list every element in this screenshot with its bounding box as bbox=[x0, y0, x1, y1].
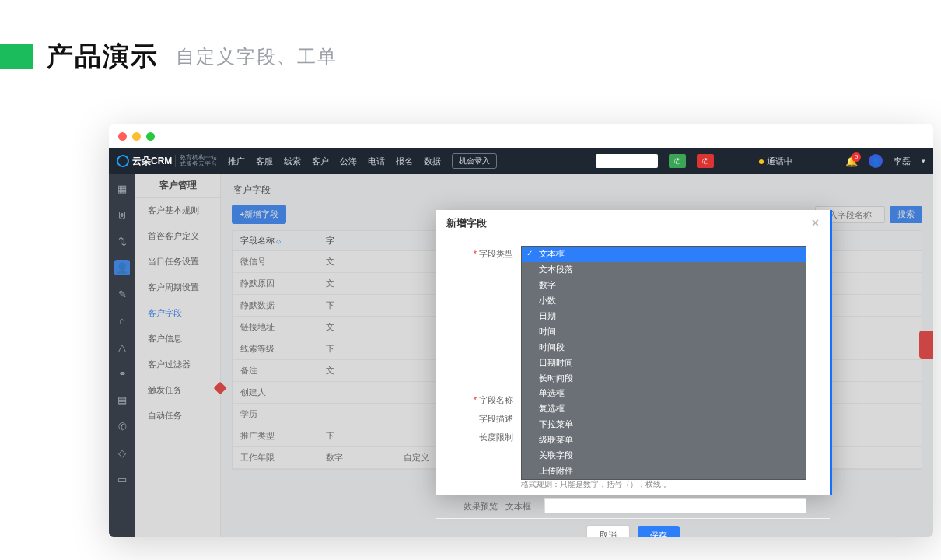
close-window-icon[interactable] bbox=[118, 132, 127, 141]
rail-shield-icon[interactable]: ⛨ bbox=[114, 207, 130, 222]
nav-item-6[interactable]: 报名 bbox=[396, 156, 413, 167]
cell: 文 bbox=[318, 366, 396, 376]
field-type-option[interactable]: 时间 bbox=[522, 324, 806, 340]
record-entry-button[interactable]: 机会录入 bbox=[452, 153, 497, 169]
rail-note-icon[interactable]: ▤ bbox=[114, 392, 130, 408]
sidebar-title: 客户管理 bbox=[135, 174, 220, 198]
cell: 静默原因 bbox=[233, 278, 318, 289]
maximize-window-icon[interactable] bbox=[146, 132, 155, 141]
cell: 线索等级 bbox=[233, 344, 318, 355]
col-field-name[interactable]: 字段名称 bbox=[233, 236, 318, 247]
nav-item-0[interactable]: 推广 bbox=[228, 156, 245, 167]
sidebar-item-4[interactable]: 客户字段 bbox=[135, 300, 220, 326]
nav-item-2[interactable]: 线索 bbox=[284, 156, 301, 167]
field-type-option[interactable]: 文本框 bbox=[522, 247, 806, 262]
sidebar-item-1[interactable]: 首咨客户定义 bbox=[135, 223, 220, 249]
field-type-option[interactable]: 上传附件 bbox=[522, 464, 806, 479]
slide-subtitle: 自定义字段、工单 bbox=[176, 44, 338, 69]
rail-group-icon[interactable]: ⚭ bbox=[114, 366, 130, 381]
label-field-name: 字段名称 bbox=[436, 392, 521, 406]
nav-item-3[interactable]: 客户 bbox=[312, 156, 329, 167]
label-field-desc: 字段描述 bbox=[436, 411, 521, 425]
col-2: 字 bbox=[318, 236, 396, 247]
rail-tag-icon[interactable]: ◇ bbox=[114, 445, 130, 460]
field-type-option[interactable]: 关联字段 bbox=[522, 448, 806, 464]
avatar-icon: 👤 bbox=[871, 157, 880, 166]
field-type-option[interactable]: 日期时间 bbox=[522, 355, 806, 371]
field-type-option[interactable]: 下拉菜单 bbox=[522, 417, 806, 432]
rail-phone-icon[interactable]: ✆ bbox=[114, 418, 130, 434]
right-side-tag[interactable] bbox=[919, 331, 933, 359]
nav-item-1[interactable]: 客服 bbox=[256, 156, 273, 167]
rail-signature-icon[interactable]: ✎ bbox=[114, 286, 130, 302]
field-type-option[interactable]: 文本段落 bbox=[522, 262, 806, 278]
field-type-option[interactable]: 日期 bbox=[522, 309, 806, 324]
dial-input[interactable] bbox=[596, 154, 658, 168]
sidebar-item-6[interactable]: 客户过滤器 bbox=[135, 352, 220, 377]
sidebar-item-0[interactable]: 客户基本规则 bbox=[135, 198, 220, 223]
minimize-window-icon[interactable] bbox=[132, 132, 141, 141]
slide-accent bbox=[0, 44, 33, 69]
cell: 下 bbox=[318, 300, 396, 311]
rail-triangle-icon[interactable]: △ bbox=[114, 339, 130, 355]
top-nav: 推广客服线索客户公海电话报名数据 bbox=[228, 156, 441, 167]
notification-bell[interactable]: 🔔 5 bbox=[845, 156, 858, 167]
rail-grid-icon[interactable]: ▦ bbox=[114, 180, 130, 196]
cell: 备注 bbox=[233, 366, 318, 376]
cell: 创建人 bbox=[233, 387, 318, 398]
sidebar-item-8[interactable]: 自动任务 bbox=[135, 403, 220, 429]
nav-item-5[interactable]: 电话 bbox=[368, 156, 385, 167]
preview-input[interactable] bbox=[544, 498, 806, 513]
cloud-logo-icon bbox=[115, 153, 131, 170]
rail-user-icon[interactable]: 👤 bbox=[114, 260, 130, 275]
rail-chart-icon[interactable]: ⇅ bbox=[114, 233, 130, 249]
user-name: 李磊 bbox=[894, 156, 911, 167]
field-type-option[interactable]: 长时间段 bbox=[522, 371, 806, 387]
field-type-option[interactable]: 复选框 bbox=[522, 401, 806, 417]
app-logo: 云朵CRM 教育机构一站式服务云平台 bbox=[117, 155, 217, 168]
save-button[interactable]: 保存 bbox=[638, 526, 680, 537]
call-button[interactable]: ✆ bbox=[669, 154, 686, 168]
add-field-button[interactable]: +新增字段 bbox=[232, 205, 286, 224]
label-preview: 效果预览 bbox=[436, 499, 505, 513]
slide-title: 产品演示 bbox=[47, 39, 159, 75]
rail-card-icon[interactable]: ▭ bbox=[114, 471, 130, 487]
hangup-icon: ✆ bbox=[702, 157, 708, 166]
modal-close-button[interactable]: × bbox=[812, 216, 819, 230]
status-dot-icon bbox=[759, 159, 764, 164]
chevron-down-icon[interactable]: ▾ bbox=[922, 157, 925, 165]
field-type-dropdown: 文本框文本段落数字小数日期时间时间段日期时间长时间段单选框复选框下拉菜单级联菜单… bbox=[521, 246, 806, 480]
sidebar-item-7[interactable]: 触发任务 bbox=[135, 377, 220, 403]
field-type-option[interactable]: 数字 bbox=[522, 278, 806, 293]
row-preview: 效果预览 文本框 bbox=[436, 498, 806, 513]
page-title: 客户字段 bbox=[233, 184, 922, 197]
label-length-limit: 长度限制 bbox=[436, 429, 521, 443]
cell: 文 bbox=[318, 322, 396, 333]
field-type-option[interactable]: 小数 bbox=[522, 293, 806, 309]
nav-item-7[interactable]: 数据 bbox=[424, 156, 441, 167]
cell: 下 bbox=[318, 431, 396, 442]
logo-text: 云朵CRM bbox=[132, 155, 172, 168]
cell: 静默数据 bbox=[233, 300, 318, 311]
rail-home-icon[interactable]: ⌂ bbox=[114, 313, 130, 328]
cell: 文 bbox=[318, 278, 396, 289]
app-topbar: 云朵CRM 教育机构一站式服务云平台 推广客服线索客户公海电话报名数据 机会录入… bbox=[109, 148, 933, 174]
field-type-option[interactable]: 单选框 bbox=[522, 386, 806, 401]
sidebar-item-5[interactable]: 客户信息 bbox=[135, 326, 220, 352]
field-type-option[interactable]: 级联菜单 bbox=[522, 432, 806, 448]
user-avatar[interactable]: 👤 bbox=[869, 154, 883, 168]
hangup-button[interactable]: ✆ bbox=[697, 154, 714, 168]
sidebar-item-3[interactable]: 客户周期设置 bbox=[135, 275, 220, 300]
modal-title: 新增字段 bbox=[446, 216, 487, 230]
window-controls bbox=[109, 124, 933, 148]
nav-item-4[interactable]: 公海 bbox=[340, 156, 357, 167]
modal-body: 字段类型 文本框文本段落数字小数日期时间时间段日期时间长时间段单选框复选框下拉菜… bbox=[436, 236, 830, 518]
sidebar-item-2[interactable]: 当日任务设置 bbox=[135, 249, 220, 275]
cell: 下 bbox=[318, 344, 396, 355]
cell: 推广类型 bbox=[233, 431, 318, 442]
search-button[interactable]: 搜索 bbox=[890, 206, 922, 223]
cancel-button[interactable]: 取消 bbox=[586, 525, 630, 537]
field-type-option[interactable]: 时间段 bbox=[522, 340, 806, 355]
logo-subtext: 教育机构一站式服务云平台 bbox=[175, 155, 217, 167]
cell: 文 bbox=[318, 257, 396, 268]
